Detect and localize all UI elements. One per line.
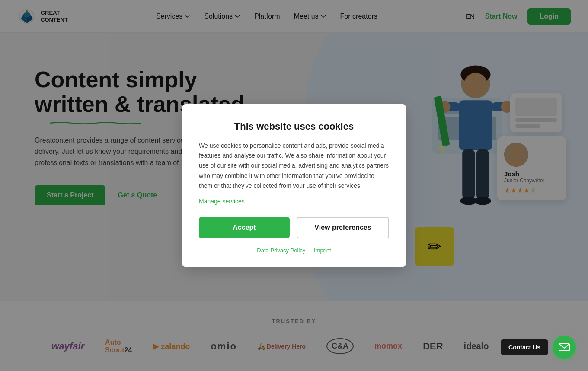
cookie-overlay: This website uses cookies We use cookies… — [0, 0, 588, 371]
imprint-link[interactable]: Imprint — [314, 247, 331, 254]
accept-button[interactable]: Accept — [199, 217, 290, 238]
privacy-policy-link[interactable]: Data Privacy Policy — [257, 247, 305, 254]
cookie-modal: This website uses cookies We use cookies… — [182, 104, 406, 267]
envelope-icon — [558, 341, 570, 353]
contact-button-wrap: Contact Us — [501, 336, 576, 359]
contact-button[interactable] — [553, 336, 576, 359]
contact-label: Contact Us — [501, 339, 548, 355]
cookie-text: We use cookies to personalise content an… — [199, 141, 389, 190]
cookie-buttons: Accept View preferences — [199, 217, 389, 238]
cookie-title: This website uses cookies — [199, 121, 389, 132]
cookie-links: Data Privacy Policy Imprint — [199, 247, 389, 254]
view-preferences-button[interactable]: View preferences — [297, 217, 389, 238]
manage-services-link[interactable]: Manage services — [199, 198, 389, 205]
